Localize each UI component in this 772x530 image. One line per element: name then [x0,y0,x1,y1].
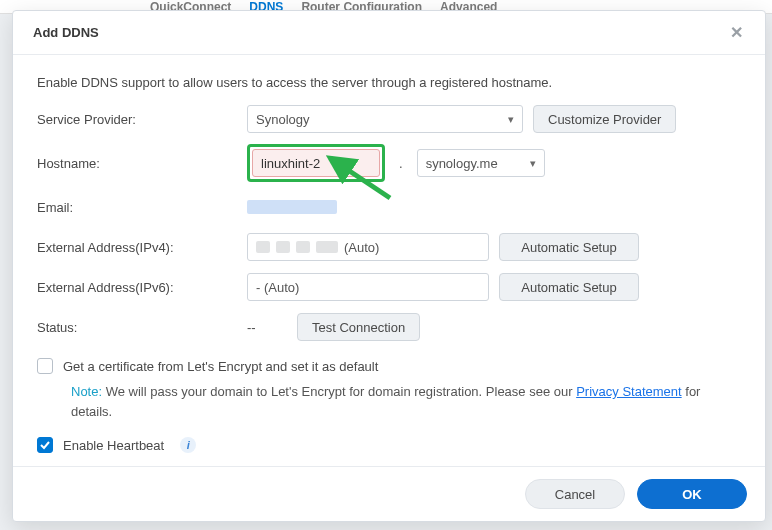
row-email: Email: [37,192,741,222]
test-connection-button[interactable]: Test Connection [297,313,420,341]
cancel-button[interactable]: Cancel [525,479,625,509]
ipv4-auto-setup-button[interactable]: Automatic Setup [499,233,639,261]
letsencrypt-checkbox[interactable] [37,358,53,374]
chevron-down-icon: ▾ [508,113,514,126]
ok-button[interactable]: OK [637,479,747,509]
ipv6-value: - (Auto) [256,280,299,295]
ipv6-auto-setup-button[interactable]: Automatic Setup [499,273,639,301]
row-ipv6: External Address(IPv6): - (Auto) Automat… [37,272,741,302]
row-hostname: Hostname: . synology.me ▾ [37,144,741,182]
ipv4-octet-redacted [296,241,310,253]
dialog-title: Add DDNS [33,25,99,40]
row-ipv4: External Address(IPv4): (Auto) Automatic… [37,232,741,262]
hostname-input[interactable] [252,149,380,177]
service-provider-select[interactable]: Synology ▾ [247,105,523,133]
status-value: -- [247,320,287,335]
domain-value: synology.me [426,156,498,171]
hostname-dot: . [395,156,407,171]
label-ipv4: External Address(IPv4): [37,240,247,255]
dialog-body: Enable DDNS support to allow users to ac… [13,55,765,466]
add-ddns-dialog: Add DDNS ✕ Enable DDNS support to allow … [12,10,766,522]
ipv4-octet-redacted [256,241,270,253]
ipv4-octet-redacted [316,241,338,253]
letsencrypt-note: Note: We will pass your domain to Let's … [71,382,741,421]
label-status: Status: [37,320,247,335]
chevron-down-icon: ▾ [530,157,536,170]
note-label: Note: [71,384,102,399]
domain-select[interactable]: synology.me ▾ [417,149,545,177]
note-text-1: We will pass your domain to Let's Encryp… [102,384,576,399]
customize-provider-button[interactable]: Customize Provider [533,105,676,133]
row-status: Status: -- Test Connection [37,312,741,342]
hostname-highlight [247,144,385,182]
intro-text: Enable DDNS support to allow users to ac… [37,75,741,90]
privacy-statement-link[interactable]: Privacy Statement [576,384,682,399]
label-hostname: Hostname: [37,156,247,171]
label-ipv6: External Address(IPv6): [37,280,247,295]
heartbeat-label: Enable Heartbeat [63,438,164,453]
row-heartbeat: Enable Heartbeat i [37,437,741,453]
ipv4-suffix: (Auto) [344,240,379,255]
close-icon[interactable]: ✕ [724,21,749,44]
label-service-provider: Service Provider: [37,112,247,127]
dialog-footer: Cancel OK [13,466,765,521]
service-provider-value: Synology [256,112,309,127]
email-value-redacted [247,200,337,214]
row-letsencrypt: Get a certificate from Let's Encrypt and… [37,358,741,374]
row-service-provider: Service Provider: Synology ▾ Customize P… [37,104,741,134]
letsencrypt-label: Get a certificate from Let's Encrypt and… [63,359,378,374]
heartbeat-checkbox[interactable] [37,437,53,453]
info-icon[interactable]: i [180,437,196,453]
dialog-titlebar: Add DDNS ✕ [13,11,765,55]
ipv6-input[interactable]: - (Auto) [247,273,489,301]
label-email: Email: [37,200,247,215]
ipv4-octet-redacted [276,241,290,253]
ipv4-input[interactable]: (Auto) [247,233,489,261]
